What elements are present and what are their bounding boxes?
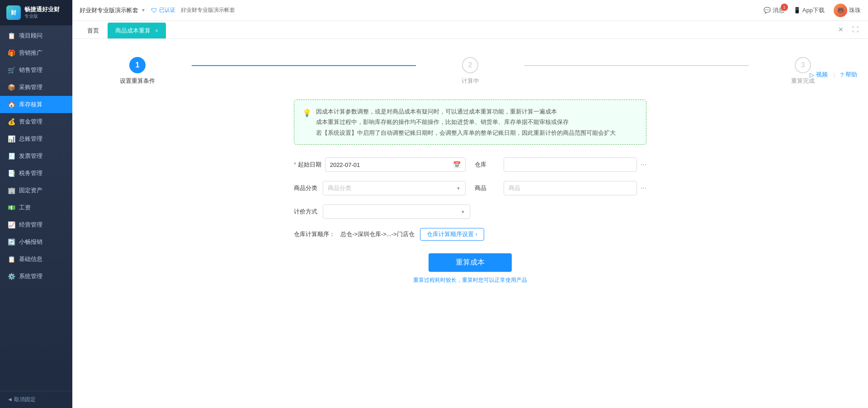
tab-close-icon[interactable]: × (155, 27, 159, 34)
sidebar-item-invoice[interactable]: 🧾 发票管理 (0, 147, 72, 165)
app-download-button[interactable]: 📱 App下载 (793, 6, 825, 14)
sidebar-item-operations[interactable]: 📈 经营管理 (0, 216, 72, 233)
app-download-label: App下载 (802, 6, 825, 14)
expand-panel-button[interactable]: ⛶ (850, 24, 861, 35)
info-content: 因成本计算参数调整，或是对商品成本有疑问时，可以通过成本重算功能，重新计算一遍成… (316, 106, 616, 138)
sidebar-item-label: 固定资产 (19, 186, 42, 195)
avatar: 🐻 (834, 4, 847, 17)
product-placeholder: 商品 (509, 184, 520, 192)
product-label: 商品 (475, 184, 500, 192)
sidebar-unpin[interactable]: ◄ 取消固定 (0, 391, 72, 408)
video-help-link[interactable]: ▷ 视频 (810, 71, 828, 79)
tax-icon: 📑 (7, 170, 15, 177)
info-line-1: 因成本计算参数调整，或是对商品成本有疑问时，可以通过成本重算功能，重新计算一遍成… (316, 106, 616, 117)
user-name: 珠珠 (849, 6, 861, 14)
step-2: 2 计算中 (416, 57, 524, 85)
help-link[interactable]: ? 帮助 (840, 71, 857, 79)
product-input[interactable]: 商品 (504, 181, 637, 195)
sidebar-logo: 财 畅捷通好业财 专业版 (0, 0, 72, 25)
start-date-input[interactable]: 2022-07-01 📅 (325, 157, 466, 172)
recalculate-button[interactable]: 重算成本 (429, 253, 512, 272)
sidebar-item-salary[interactable]: 💵 工资 (0, 199, 72, 216)
sidebar-item-purchase[interactable]: 📦 采购管理 (0, 79, 72, 96)
step-1-circle: 1 (129, 57, 146, 73)
project-icon: 📋 (7, 32, 15, 39)
sidebar-item-sales[interactable]: 🛒 销售管理 (0, 62, 72, 79)
step-3-circle: 3 (795, 57, 811, 73)
unpin-label: ◄ 取消固定 (7, 396, 36, 403)
sidebar-item-finance[interactable]: 💰 资金管理 (0, 113, 72, 130)
pricing-label: 计价方式 (294, 208, 319, 216)
sidebar-item-assets[interactable]: 🏢 固定资产 (0, 182, 72, 199)
expense-icon: 🔄 (7, 238, 15, 246)
account-selector[interactable]: 好业财专业版演示帐套 ▼ (80, 6, 146, 14)
product-more-icon[interactable]: ··· (641, 184, 646, 192)
sidebar-item-tax[interactable]: 📑 税务管理 (0, 165, 72, 182)
sidebar-item-basic[interactable]: 📋 基础信息 (0, 251, 72, 268)
step-2-circle: 2 (462, 57, 478, 73)
warehouse-more-icon[interactable]: ··· (641, 161, 646, 169)
sidebar-item-system[interactable]: ⚙️ 系统管理 (0, 268, 72, 285)
warehouse-label: 仓库 (475, 161, 500, 169)
play-icon: ▷ (810, 71, 814, 78)
sidebar: 财 畅捷通好业财 专业版 📋 项目顾问 🎁 营销推广 🛒 销售管理 📦 采购管理… (0, 0, 72, 408)
sidebar-item-marketing[interactable]: 🎁 营销推广 (0, 44, 72, 62)
tabs-right-controls: ✕ ⛶ (835, 24, 861, 38)
form-row-2: 商品分类 商品分类 ▼ 商品 商品 ··· (294, 181, 646, 195)
warehouse-order-text: 总仓->深圳仓库->...->门店仓 (340, 230, 415, 238)
sidebar-item-label: 税务管理 (19, 169, 42, 177)
warehouse-order-settings-button[interactable]: 仓库计算顺序设置 › (420, 228, 484, 241)
sidebar-item-inventory[interactable]: 🏠 库存核算 (0, 96, 72, 113)
warehouse-input[interactable] (504, 157, 637, 172)
system-icon: ⚙️ (7, 273, 15, 280)
finance-icon: 💰 (7, 118, 15, 125)
pricing-select[interactable]: ▼ (323, 204, 470, 219)
purchase-icon: 📦 (7, 84, 15, 91)
start-date-group: 起始日期 2022-07-01 📅 (294, 157, 466, 172)
start-date-value: 2022-07-01 (330, 161, 453, 168)
sidebar-item-label: 基础信息 (19, 255, 42, 263)
tab-home[interactable]: 首页 (80, 23, 107, 38)
message-button[interactable]: 💬 消息 1 (764, 6, 784, 14)
sidebar-item-label: 小畅报销 (19, 238, 42, 246)
verified-text: 已认证 (159, 6, 175, 14)
sidebar-item-label: 发票管理 (19, 152, 42, 160)
product-category-label: 商品分类 (294, 184, 319, 192)
calendar-icon[interactable]: 📅 (453, 161, 461, 168)
sidebar-item-project[interactable]: 📋 项目顾问 (0, 27, 72, 44)
recalc-section: 重算成本 重算过程耗时较长，重算时您可以正常使用产品 (294, 253, 646, 284)
user-avatar[interactable]: 🐻 珠珠 (834, 4, 861, 17)
notification-badge: 1 (781, 4, 788, 11)
close-panel-button[interactable]: ✕ (835, 24, 846, 35)
pricing-group: 计价方式 ▼ (294, 204, 470, 219)
form-row-3: 计价方式 ▼ (294, 204, 646, 219)
operations-icon: 📈 (7, 221, 15, 228)
salary-icon: 💵 (7, 204, 15, 211)
step-1-label: 设置重算条件 (120, 77, 155, 85)
accounting-icon: 📊 (7, 135, 15, 142)
step-1: 1 设置重算条件 (83, 57, 192, 85)
step-line-2 (524, 65, 749, 66)
basic-icon: 📋 (7, 256, 15, 263)
step-2-label: 计算中 (462, 77, 479, 85)
warehouse-order-label: 仓库计算顺序： (294, 230, 335, 238)
recalc-hint: 重算过程耗时较长，重算时您可以正常使用产品 (413, 276, 527, 284)
sidebar-item-expense[interactable]: 🔄 小畅报销 (0, 233, 72, 251)
inventory-icon: 🏠 (7, 101, 15, 108)
product-category-placeholder: 商品分类 (328, 184, 351, 192)
product-category-select[interactable]: 商品分类 ▼ (323, 181, 466, 195)
message-icon: 💬 (764, 7, 771, 14)
sidebar-nav: 📋 项目顾问 🎁 营销推广 🛒 销售管理 📦 采购管理 🏠 库存核算 💰 资金管… (0, 25, 72, 391)
shield-icon: 🛡 (151, 7, 157, 14)
video-label: 视频 (816, 71, 828, 79)
sidebar-item-label: 系统管理 (19, 272, 42, 280)
logo-sub: 专业版 (24, 13, 60, 19)
sidebar-item-accounting[interactable]: 📊 总账管理 (0, 130, 72, 147)
sidebar-item-label: 总账管理 (19, 135, 42, 143)
tab-product-recalc[interactable]: 商品成本重算 × (108, 23, 166, 38)
sidebar-item-label: 项目顾问 (19, 32, 42, 40)
tab-product-recalc-label: 商品成本重算 (115, 27, 151, 34)
main-area: 好业财专业版演示帐套 ▼ 🛡 已认证 好业财专业版演示帐套 💬 消息 1 📱 A… (72, 0, 868, 408)
topbar-actions: 💬 消息 1 📱 App下载 🐻 珠珠 (764, 4, 861, 17)
steps-container: 1 设置重算条件 2 计算中 3 重算完成 ▷ 视频 | ? (83, 50, 857, 100)
